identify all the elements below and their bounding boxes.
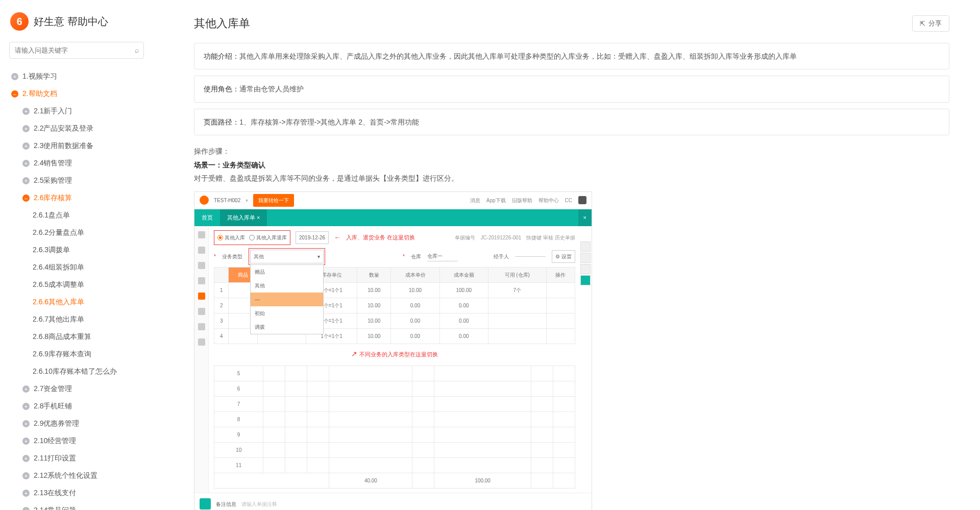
nav-tree: +1.视频学习–2.帮助文档+2.1新手入门+2.2产品安装及登录+2.3使用前… xyxy=(4,68,149,510)
page-header: 其他入库单 ⇱ 分享 xyxy=(194,15,949,32)
nav-item[interactable]: +1.视频学习 xyxy=(4,68,149,85)
memo-icon xyxy=(200,498,211,509)
ss-topbar: TEST-H002 ▾ 我要转给一下 消息App下载旧版帮助帮助中心CC xyxy=(194,192,592,209)
nav-item[interactable]: +2.12系统个性化设置 xyxy=(4,467,149,484)
nav-item[interactable]: –2.6库存核算 xyxy=(4,189,149,207)
ss-top-button: 我要转给一下 xyxy=(253,194,294,207)
page-title: 其他入库单 xyxy=(194,16,250,31)
nav-item[interactable]: +2.11打印设置 xyxy=(4,450,149,467)
intro-box: 功能介绍：其他入库单用来处理除采购入库、产成品入库之外的其他入库业务，因此其他入… xyxy=(194,43,949,69)
nav-item[interactable]: 2.6.7其他出库单 xyxy=(4,311,149,328)
nav-item[interactable]: +2.9优惠券管理 xyxy=(4,415,149,432)
role-box: 使用角色：通常由仓管人员维护 xyxy=(194,76,949,102)
nav-item[interactable]: 2.6.10库存账本错了怎么办 xyxy=(4,363,149,380)
nav-item[interactable]: 2.6.5成本调整单 xyxy=(4,276,149,294)
nav-item[interactable]: 2.6.1盘点单 xyxy=(4,207,149,224)
search-input[interactable] xyxy=(9,42,144,59)
ss-tabs: 首页 其他入库单 × × xyxy=(194,209,592,226)
nav-item[interactable]: +2.13在线支付 xyxy=(4,484,149,502)
share-icon: ⇱ xyxy=(920,20,925,28)
nav-item[interactable]: +2.2产品安装及登录 xyxy=(4,120,149,137)
site-name: 好生意 帮助中心 xyxy=(34,15,108,29)
share-button[interactable]: ⇱ 分享 xyxy=(912,15,949,32)
nav-item[interactable]: 2.6.4组装拆卸单 xyxy=(4,259,149,276)
ss-left-rail xyxy=(194,226,209,493)
nav-item[interactable]: +2.7资金管理 xyxy=(4,380,149,398)
ss-memo: 备注信息 请输入单据注释 xyxy=(194,493,592,510)
search-icon[interactable]: ⌕ xyxy=(135,46,139,54)
nav-item[interactable]: 2.6.3调拨单 xyxy=(4,241,149,259)
logo-area: 6 好生意 帮助中心 xyxy=(4,9,149,40)
embedded-screenshot: TEST-H002 ▾ 我要转给一下 消息App下载旧版帮助帮助中心CC 首页 … xyxy=(194,191,592,510)
nav-item[interactable]: 2.6.9库存账本查询 xyxy=(4,346,149,363)
nav-item[interactable]: –2.帮助文档 xyxy=(4,85,149,103)
path-box: 页面路径：1、库存核算->库存管理->其他入库单 2、首页->常用功能 xyxy=(194,109,949,135)
sidebar: 6 好生意 帮助中心 ⌕ +1.视频学习–2.帮助文档+2.1新手入门+2.2产… xyxy=(0,0,153,510)
nav-item[interactable]: +2.3使用前数据准备 xyxy=(4,137,149,155)
arrow-icon: ← xyxy=(334,231,341,245)
nav-item[interactable]: +2.1新手入门 xyxy=(4,103,149,120)
nav-item[interactable]: +2.4销售管理 xyxy=(4,155,149,172)
article-body: 操作步骤： 场景一：业务类型确认 对于受赠、盘盈或是拆装入库等不同的业务，是通过… xyxy=(194,144,949,510)
nav-item[interactable]: 2.6.6其他入库单 xyxy=(4,294,149,311)
nav-item[interactable]: +2.8手机旺铺 xyxy=(4,398,149,415)
ss-biztype-dropdown: 其他▾ 赠品其他—初始调拨 xyxy=(249,248,325,265)
nav-item[interactable]: +2.5采购管理 xyxy=(4,172,149,189)
main-content: 其他入库单 ⇱ 分享 功能介绍：其他入库单用来处理除采购入库、产成品入库之外的其… xyxy=(153,0,980,510)
logo-icon: 6 xyxy=(10,12,29,31)
ss-doctype-switch: 其他入库 其他入库退库 xyxy=(214,230,290,245)
nav-item[interactable]: +2.10经营管理 xyxy=(4,432,149,450)
search-box: ⌕ xyxy=(9,42,144,59)
nav-item[interactable]: +2.14常见问题 xyxy=(4,502,149,510)
ss-right-rail xyxy=(580,226,592,493)
ss-logo-icon xyxy=(200,196,209,205)
nav-item[interactable]: 2.6.8商品成本重算 xyxy=(4,328,149,346)
nav-item[interactable]: 2.6.2分量盘点单 xyxy=(4,224,149,241)
